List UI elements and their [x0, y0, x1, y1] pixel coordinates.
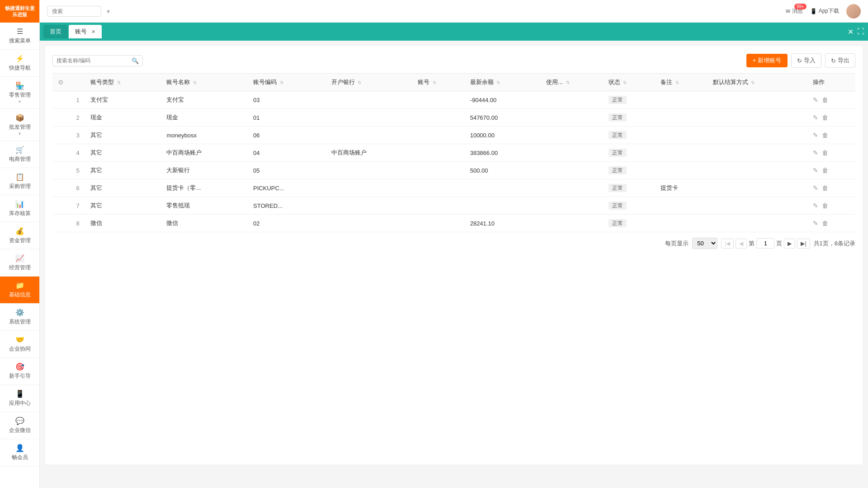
col-default-settlement-header[interactable]: 默认结算方式 ⇅: [709, 74, 809, 91]
delete-icon[interactable]: 🗑: [822, 202, 828, 209]
row-settings: [52, 179, 69, 197]
sidebar-item-ecommerce-mgmt[interactable]: 🛒 电商管理: [0, 141, 39, 168]
delete-icon[interactable]: 🗑: [822, 131, 828, 139]
edit-icon[interactable]: ✎: [813, 114, 818, 121]
col-usage-header[interactable]: 使用... ⇅: [542, 74, 605, 91]
top-search-input[interactable]: [47, 6, 101, 17]
sidebar-item-search-menu[interactable]: ☰ 搜索菜单: [0, 23, 39, 50]
app-center-icon: 📱: [15, 389, 24, 398]
add-account-label: + 新增账号: [753, 56, 781, 65]
app-download-button[interactable]: 📱 App下载: [810, 7, 839, 15]
col-status-header[interactable]: 状态 ⇅: [605, 74, 657, 91]
edit-icon[interactable]: ✎: [813, 131, 818, 139]
row-default-settlement: [709, 215, 809, 232]
sidebar-item-enterprise-agreement[interactable]: 🤝 企业协同: [0, 331, 39, 358]
sidebar-item-retail-mgmt[interactable]: 🏪 零售管理 ▾: [0, 77, 39, 109]
tab-close-icon[interactable]: ✕: [91, 29, 95, 35]
col-bank-header[interactable]: 开户银行 ⇅: [328, 74, 415, 91]
row-remark: [657, 127, 709, 144]
status-badge: 正常: [609, 219, 627, 227]
per-page-select[interactable]: 50 100 200: [692, 238, 717, 249]
expand-icon[interactable]: ⛶: [857, 28, 864, 36]
message-button[interactable]: ✉ 消息 99+: [786, 7, 803, 15]
tab-home[interactable]: 首页: [43, 25, 68, 38]
edit-icon[interactable]: ✎: [813, 220, 818, 227]
col-remark-header[interactable]: 备注 ⇅: [657, 74, 709, 91]
next-page-button[interactable]: ▶: [784, 239, 795, 249]
sidebar-item-label: 企业微信: [9, 427, 31, 434]
close-tab-icon[interactable]: ✕: [848, 28, 854, 36]
col-account-header[interactable]: 账号 ⇅: [414, 74, 466, 91]
sidebar-item-basic-info[interactable]: 📁 基础信息: [0, 277, 39, 304]
delete-icon[interactable]: 🗑: [822, 184, 828, 192]
sort-icon: ⇅: [117, 80, 121, 85]
row-actions: ✎ 🗑: [809, 109, 855, 127]
prev-page-button[interactable]: ◀: [736, 239, 747, 249]
search-wrap: 🔍: [52, 55, 143, 66]
row-settings: [52, 162, 69, 179]
member-icon: 👤: [15, 444, 24, 452]
row-usage: [542, 162, 605, 179]
sidebar-item-enterprise-wechat[interactable]: 💬 企业微信: [0, 412, 39, 439]
sidebar-item-label: 批发管理: [9, 123, 31, 131]
export-button[interactable]: ↻ 导出: [825, 53, 855, 68]
delete-icon[interactable]: 🗑: [822, 220, 828, 227]
col-balance-header[interactable]: 最新余额 ⇅: [467, 74, 542, 91]
last-page-button[interactable]: ▶|: [797, 239, 810, 249]
tab-bar: 首页 账号 ✕ ✕ ⛶: [40, 23, 868, 41]
row-name: 现金: [163, 109, 250, 127]
sidebar-item-quick-nav[interactable]: ⚡ 快捷导航: [0, 50, 39, 77]
col-account-label: 账号: [418, 79, 429, 85]
row-bank: [328, 215, 415, 232]
row-code: 06: [250, 127, 328, 144]
sidebar-item-member[interactable]: 👤 畅会员: [0, 439, 39, 466]
sidebar-item-label: 采购管理: [9, 183, 31, 190]
edit-icon[interactable]: ✎: [813, 184, 818, 192]
col-code-header[interactable]: 账号编码 ⇅: [250, 74, 328, 91]
row-usage: [542, 127, 605, 144]
app-download-label: App下载: [819, 7, 839, 15]
row-default-settlement: [709, 127, 809, 144]
sort-icon: ⇅: [751, 80, 755, 85]
tab-account[interactable]: 账号 ✕: [69, 25, 102, 38]
pagination: 每页显示 50 100 200 |◀ ◀ 第 页 ▶ ▶| 共1页，8条记录: [52, 232, 855, 249]
table-row: 3 其它 moneybosx 06 10000.00 正常 ✎ 🗑: [52, 127, 855, 144]
row-remark: [657, 144, 709, 162]
delete-icon[interactable]: 🗑: [822, 96, 828, 103]
edit-icon[interactable]: ✎: [813, 202, 818, 209]
edit-icon[interactable]: ✎: [813, 96, 818, 103]
edit-icon[interactable]: ✎: [813, 167, 818, 174]
row-usage: [542, 215, 605, 232]
sidebar-item-label: 企业协同: [9, 345, 31, 353]
sidebar-item-finance-mgmt[interactable]: 💰 资金管理: [0, 222, 39, 249]
sidebar-item-system-mgmt[interactable]: ⚙️ 系统管理: [0, 304, 39, 331]
import-icon: ↻: [797, 57, 802, 64]
add-account-button[interactable]: + 新增账号: [746, 54, 788, 67]
table-row: 5 其它 大新银行 05 500.00 正常 ✎ 🗑: [52, 162, 855, 179]
sidebar-item-inventory[interactable]: 📊 库存核算: [0, 195, 39, 222]
edit-icon[interactable]: ✎: [813, 149, 818, 156]
sidebar-item-wholesale-mgmt[interactable]: 📦 批发管理 ▾: [0, 109, 39, 141]
page-number-input[interactable]: [756, 238, 774, 249]
delete-icon[interactable]: 🗑: [822, 149, 828, 156]
search-input[interactable]: [57, 57, 129, 64]
import-button[interactable]: ↻ 导入: [791, 53, 821, 68]
delete-icon[interactable]: 🗑: [822, 114, 828, 121]
user-avatar[interactable]: [846, 4, 861, 19]
col-name-header[interactable]: 账号名称 ⇅: [163, 74, 250, 91]
col-type-header[interactable]: 账号类型 ⇅: [87, 74, 163, 91]
sidebar-item-label: 新手引导: [9, 372, 31, 380]
sidebar-item-operations-mgmt[interactable]: 📈 经营管理: [0, 249, 39, 277]
sidebar-item-app-center[interactable]: 📱 应用中心: [0, 385, 39, 412]
first-page-button[interactable]: |◀: [721, 239, 734, 249]
delete-icon[interactable]: 🗑: [822, 167, 828, 174]
settings-icon[interactable]: ⚙: [58, 79, 64, 86]
search-icon[interactable]: 🔍: [132, 57, 139, 64]
row-account: [414, 109, 466, 127]
page-nav: |◀ ◀ 第 页 ▶ ▶|: [721, 238, 810, 249]
row-account: [414, 144, 466, 162]
sidebar-item-purchase-mgmt[interactable]: 📋 采购管理: [0, 168, 39, 195]
col-actions-header: 操作: [809, 74, 855, 91]
sidebar-item-label: 电商管理: [9, 155, 31, 163]
sidebar-item-new-guide[interactable]: 🎯 新手引导: [0, 358, 39, 385]
